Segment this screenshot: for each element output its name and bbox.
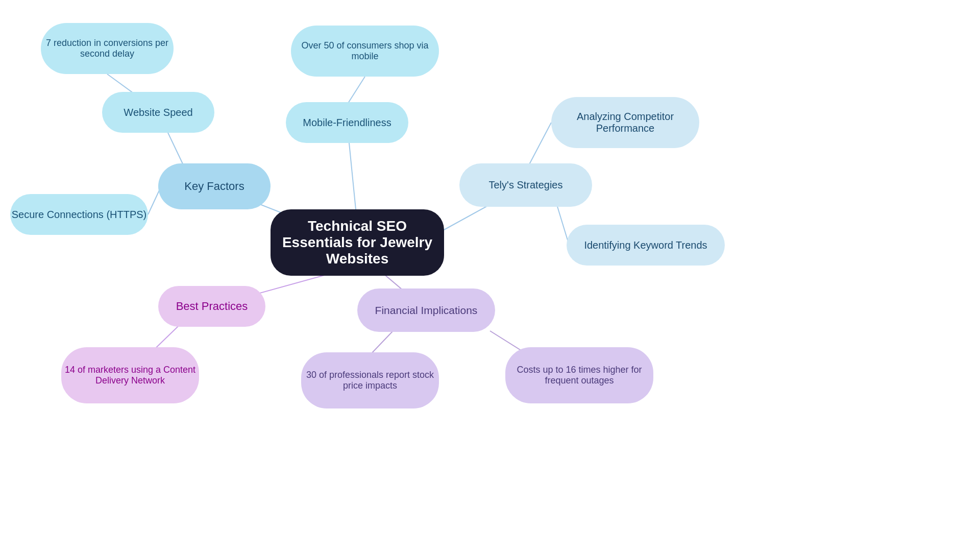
- center-label: Technical SEO Essentials for Jewelry Web…: [271, 218, 444, 267]
- mobile-friendliness-node: Mobile-Friendliness: [286, 102, 408, 143]
- best-practices-label: Best Practices: [176, 300, 248, 313]
- tely-node: Tely's Strategies: [459, 163, 592, 207]
- svg-line-12: [370, 331, 393, 355]
- tely-label: Tely's Strategies: [489, 179, 563, 191]
- secure-label: Secure Connections (HTTPS): [12, 209, 147, 221]
- costs-node: Costs up to 16 times higher for frequent…: [505, 347, 653, 403]
- financial-label: Financial Implications: [375, 304, 478, 317]
- professionals-node: 30 of professionals report stock price i…: [301, 352, 439, 408]
- over50-label: Over 50 of consumers shop via mobile: [291, 40, 439, 62]
- key-factors-node: Key Factors: [158, 163, 271, 209]
- reduction-node: 7 reduction in conversions per second de…: [41, 23, 174, 74]
- center-node: Technical SEO Essentials for Jewelry Web…: [271, 209, 444, 276]
- professionals-label: 30 of professionals report stock price i…: [301, 370, 439, 391]
- mobile-friendliness-label: Mobile-Friendliness: [303, 117, 391, 129]
- key-factors-label: Key Factors: [184, 180, 244, 193]
- reduction-label: 7 reduction in conversions per second de…: [41, 38, 174, 59]
- svg-line-5: [347, 77, 365, 105]
- website-speed-label: Website Speed: [124, 107, 192, 118]
- marketers-label: 14 of marketers using a Content Delivery…: [61, 365, 199, 386]
- financial-node: Financial Implications: [357, 288, 495, 332]
- website-speed-node: Website Speed: [102, 92, 214, 133]
- keyword-node: Identifying Keyword Trends: [567, 225, 725, 266]
- costs-label: Costs up to 16 times higher for frequent…: [505, 365, 653, 386]
- over50-node: Over 50 of consumers shop via mobile: [291, 26, 439, 77]
- best-practices-node: Best Practices: [158, 286, 265, 327]
- competitor-node: Analyzing Competitor Performance: [551, 97, 699, 148]
- svg-line-2: [107, 74, 135, 94]
- secure-node: Secure Connections (HTTPS): [10, 194, 148, 235]
- competitor-label: Analyzing Competitor Performance: [551, 111, 699, 134]
- marketers-node: 14 of marketers using a Content Delivery…: [61, 347, 199, 403]
- keyword-label: Identifying Keyword Trends: [584, 239, 707, 251]
